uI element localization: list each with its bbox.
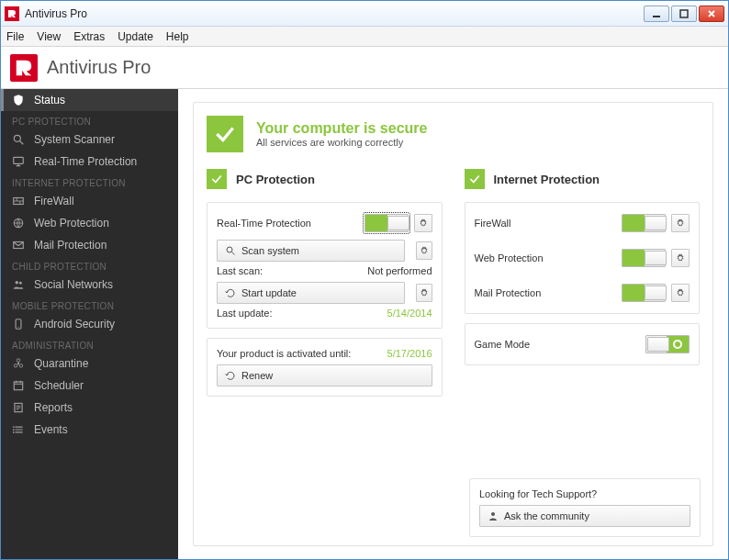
web-toggle[interactable] <box>622 249 666 267</box>
last-update-label: Last update: <box>217 308 387 319</box>
window-titlebar: Antivirus Pro <box>1 1 728 27</box>
web-label: Web Protection <box>475 252 622 263</box>
scan-button-label: Scan system <box>241 245 299 256</box>
menu-view[interactable]: View <box>37 30 61 43</box>
update-settings-button[interactable] <box>416 284 432 302</box>
status-subtitle: All services are working correctly <box>256 137 427 148</box>
scan-settings-button[interactable] <box>416 241 432 260</box>
realtime-settings-button[interactable] <box>414 214 432 232</box>
firewall-settings-button[interactable] <box>671 214 690 232</box>
svg-point-2 <box>14 135 20 141</box>
svg-point-13 <box>14 364 17 368</box>
calendar-icon <box>12 379 25 392</box>
ask-community-button[interactable]: Ask the community <box>479 505 690 527</box>
menu-help[interactable]: Help <box>166 30 189 43</box>
sidebar-label: System Scanner <box>34 133 115 146</box>
sidebar-item-quarantine[interactable]: Quarantine <box>1 353 178 375</box>
mail-icon <box>12 239 25 252</box>
check-icon <box>207 169 227 189</box>
web-settings-button[interactable] <box>671 249 690 267</box>
people-icon <box>12 278 25 291</box>
sidebar-item-android[interactable]: Android Security <box>1 313 178 335</box>
sidebar-item-web[interactable]: Web Protection <box>1 212 178 234</box>
svg-point-7 <box>16 281 19 285</box>
sidebar-label: Real-Time Protection <box>34 155 137 168</box>
person-icon <box>488 510 499 521</box>
realtime-label: Real-Time Protection <box>217 218 364 229</box>
menu-bar: File View Extras Update Help <box>1 27 728 47</box>
activation-label: Your product is activated until: <box>217 348 387 359</box>
minimize-button[interactable] <box>644 6 669 22</box>
sidebar-label: Mail Protection <box>34 239 107 252</box>
svg-point-10 <box>17 327 18 328</box>
svg-point-17 <box>13 426 15 428</box>
firewall-toggle[interactable] <box>622 214 666 232</box>
sidebar-label: Quarantine <box>34 357 88 370</box>
game-mode-toggle[interactable] <box>645 335 690 353</box>
activation-value: 5/17/2016 <box>387 348 432 359</box>
search-icon <box>12 133 25 146</box>
close-button[interactable] <box>699 6 724 22</box>
sidebar-header-child: CHILD PROTECTION <box>1 256 178 274</box>
svg-point-18 <box>13 429 15 431</box>
sidebar-item-events[interactable]: Events <box>1 419 178 441</box>
menu-extras[interactable]: Extras <box>73 30 105 43</box>
firewall-label: FireWall <box>475 218 622 229</box>
menu-file[interactable]: File <box>6 30 24 43</box>
sidebar-label: Web Protection <box>34 217 109 230</box>
sidebar-header-admin: ADMINISTRATION <box>1 335 178 353</box>
svg-point-8 <box>19 282 22 285</box>
sidebar-label: Scheduler <box>34 379 84 392</box>
mail-settings-button[interactable] <box>671 284 690 302</box>
app-header: Antivirus Pro <box>1 47 728 89</box>
svg-rect-0 <box>653 16 660 17</box>
mail-label: Mail Protection <box>475 287 622 298</box>
sidebar-label: FireWall <box>34 195 74 207</box>
sidebar-item-firewall[interactable]: FireWall <box>1 190 178 212</box>
app-title: Antivirus Pro <box>47 57 151 78</box>
last-scan-label: Last scan: <box>217 265 367 276</box>
sidebar-item-scanner[interactable]: System Scanner <box>1 129 178 151</box>
game-mode-label: Game Mode <box>475 339 646 350</box>
monitor-icon <box>12 155 25 168</box>
reports-icon <box>12 401 25 414</box>
maximize-button[interactable] <box>671 6 697 22</box>
shield-icon <box>12 94 25 106</box>
app-logo <box>10 54 38 82</box>
sidebar-item-status[interactable]: Status <box>1 89 178 111</box>
refresh-icon <box>225 287 236 298</box>
svg-rect-1 <box>680 10 688 17</box>
update-button-label: Start update <box>241 287 297 298</box>
sidebar-item-reports[interactable]: Reports <box>1 397 178 419</box>
menu-update[interactable]: Update <box>118 30 153 43</box>
mail-toggle[interactable] <box>622 284 666 302</box>
realtime-toggle[interactable] <box>364 214 409 232</box>
sidebar-item-realtime[interactable]: Real-Time Protection <box>1 151 178 173</box>
list-icon <box>12 423 25 436</box>
check-icon <box>465 169 485 189</box>
support-prompt: Looking for Tech Support? <box>479 488 690 499</box>
svg-rect-15 <box>14 382 22 390</box>
sidebar-header-pc: PC PROTECTION <box>1 111 178 129</box>
pc-section-title: PC Protection <box>236 173 315 186</box>
svg-point-21 <box>491 512 495 516</box>
sidebar-header-mobile: MOBILE PROTECTION <box>1 296 178 313</box>
start-update-button[interactable]: Start update <box>217 282 405 304</box>
sidebar-label: Social Networks <box>34 278 113 291</box>
mobile-icon <box>12 318 25 330</box>
sidebar-item-scheduler[interactable]: Scheduler <box>1 375 178 397</box>
sidebar-item-mail[interactable]: Mail Protection <box>1 234 178 256</box>
sidebar-label: Events <box>34 423 68 436</box>
renew-button[interactable]: Renew <box>217 364 432 386</box>
scan-system-button[interactable]: Scan system <box>217 240 405 262</box>
internet-section-title: Internet Protection <box>494 173 600 186</box>
status-banner: Your computer is secure All services are… <box>207 116 700 152</box>
globe-icon <box>12 217 25 230</box>
last-update-value: 5/14/2014 <box>387 308 432 319</box>
ask-community-label: Ask the community <box>504 510 589 521</box>
sidebar: Status PC PROTECTION System Scanner Real… <box>1 89 178 559</box>
sidebar-item-social[interactable]: Social Networks <box>1 274 178 296</box>
search-icon <box>225 245 236 256</box>
main-content: Your computer is secure All services are… <box>178 89 728 559</box>
sidebar-label: Status <box>34 94 65 106</box>
